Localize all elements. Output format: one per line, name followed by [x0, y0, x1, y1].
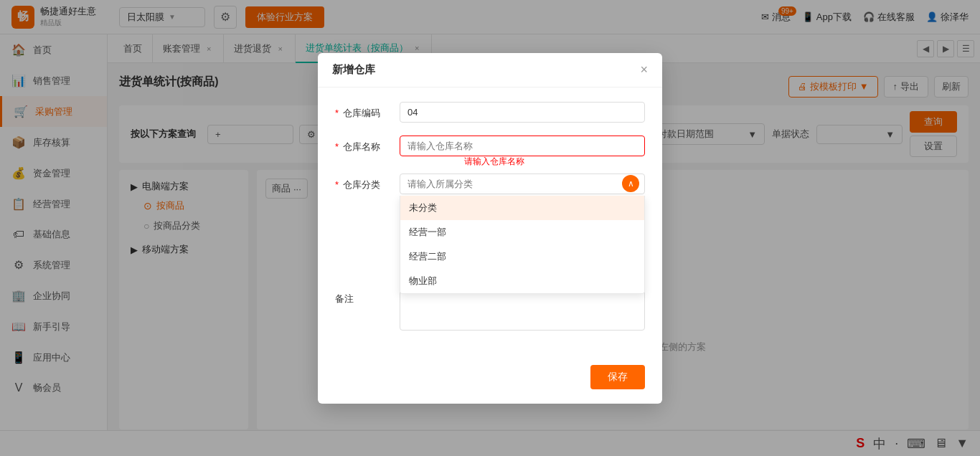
dropdown-item-uncategorized[interactable]: 未分类 — [400, 196, 644, 220]
warehouse-code-label: * 仓库编码 — [335, 102, 400, 120]
modal-close-button[interactable]: × — [640, 63, 648, 76]
category-dropdown-button[interactable]: ∧ — [622, 175, 639, 192]
warehouse-category-wrapper: ∧ 未分类 经营一部 经营二部 物业部 — [400, 174, 645, 194]
modal-header: 新增仓库 × — [318, 53, 662, 87]
warehouse-name-input[interactable] — [400, 136, 645, 156]
warehouse-code-row: * 仓库编码 — [335, 102, 645, 123]
note-label: 备注 — [335, 288, 400, 305]
note-input[interactable] — [400, 288, 645, 331]
modal-body: * 仓库编码 * 仓库名称 请输入仓库名称 * — [318, 87, 662, 358]
modal-footer: 保存 — [318, 358, 662, 404]
dropdown-item-ops1[interactable]: 经营一部 — [400, 220, 644, 244]
warehouse-code-input[interactable] — [400, 102, 645, 123]
modal-backdrop[interactable]: 新增仓库 × * 仓库编码 * 仓库名称 请输入仓库 — [0, 0, 980, 456]
required-mark: * — [335, 108, 339, 118]
warehouse-name-error: 请输入仓库名称 — [464, 156, 524, 168]
dropdown-item-property[interactable]: 物业部 — [400, 269, 644, 293]
modal-title: 新增仓库 — [332, 63, 375, 77]
save-button[interactable]: 保存 — [590, 365, 645, 389]
modal-dialog: 新增仓库 × * 仓库编码 * 仓库名称 请输入仓库 — [318, 53, 662, 404]
warehouse-category-label: * 仓库分类 — [335, 174, 400, 191]
warehouse-name-row: * 仓库名称 请输入仓库名称 — [335, 136, 645, 156]
category-dropdown-list: 未分类 经营一部 经营二部 物业部 — [400, 196, 645, 294]
note-row: 备注 — [335, 288, 645, 331]
warehouse-category-input[interactable] — [400, 174, 645, 194]
required-mark2: * — [335, 141, 339, 152]
dropdown-item-ops2[interactable]: 经营二部 — [400, 244, 644, 269]
required-mark3: * — [335, 179, 339, 190]
warehouse-category-row: * 仓库分类 ∧ 未分类 经营一部 经营二 — [335, 174, 645, 194]
warehouse-name-label: * 仓库名称 — [335, 136, 400, 153]
